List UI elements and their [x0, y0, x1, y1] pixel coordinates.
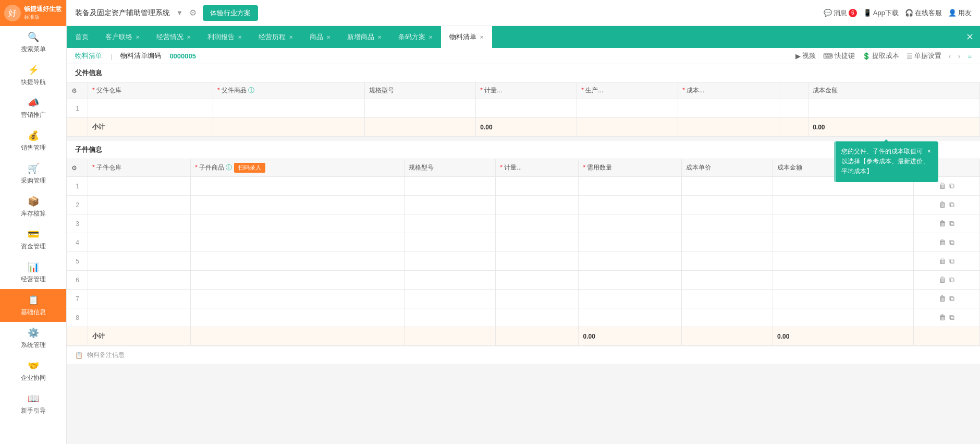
child-cell-unit-3[interactable] [496, 214, 579, 233]
child-cell-unit-price-6[interactable] [681, 271, 773, 290]
shortcut-btn[interactable]: ⌨ 快捷键 [823, 51, 855, 61]
child-cell-unit-price-8[interactable] [681, 308, 773, 327]
video-btn[interactable]: ▶ 视频 [795, 51, 816, 61]
child-cell-warehouse-5[interactable] [88, 252, 191, 271]
copy-icon-6[interactable]: ⧉ [949, 275, 954, 284]
child-cell-spec-6[interactable] [404, 271, 495, 290]
nav-tab-home[interactable]: 首页 [67, 26, 97, 48]
sidebar-item-finance[interactable]: 💳资金管理 [0, 223, 66, 256]
child-cell-unit-price-3[interactable] [681, 214, 773, 233]
nav-tab-goods[interactable]: 商品 ✕ [301, 26, 339, 48]
child-cell-goods-6[interactable] [191, 271, 405, 290]
child-cell-quantity-7[interactable] [579, 290, 681, 308]
tab-close-goods[interactable]: ✕ [326, 34, 330, 40]
child-cell-unit-2[interactable] [496, 196, 579, 214]
child-settings-gear-icon[interactable]: ⚙ [71, 164, 77, 172]
delete-icon-4[interactable]: 🗑 [939, 238, 946, 247]
child-cell-warehouse-6[interactable] [88, 271, 191, 290]
settings-gear-icon[interactable]: ⚙ [71, 87, 77, 94]
tab-close-customer[interactable]: ✕ [136, 34, 140, 40]
sidebar-item-marketing[interactable]: 📣营销推广 [0, 92, 66, 125]
app-download[interactable]: 📱 App下载 [863, 8, 899, 18]
child-cell-quantity-6[interactable] [579, 271, 681, 290]
copy-icon-8[interactable]: ⧉ [949, 313, 954, 322]
nav-close-button[interactable]: ✕ [960, 31, 980, 43]
parent-cell-spec[interactable] [364, 99, 476, 118]
delete-icon-2[interactable]: 🗑 [939, 200, 946, 209]
scan-button[interactable]: 扫码录入 [234, 163, 265, 173]
next-page-btn[interactable]: › [958, 52, 960, 60]
child-cell-spec-2[interactable] [404, 196, 495, 214]
nav-tab-profit[interactable]: 利润报告 ✕ [199, 26, 250, 48]
child-cell-spec-7[interactable] [404, 290, 495, 308]
child-cell-unit-5[interactable] [496, 252, 579, 271]
tooltip-close-btn[interactable]: × [927, 147, 931, 157]
child-cell-goods-3[interactable] [191, 214, 405, 233]
delete-icon-8[interactable]: 🗑 [939, 313, 946, 322]
sidebar-item-system[interactable]: ⚙️系统管理 [0, 322, 66, 355]
tab-close-history[interactable]: ✕ [289, 34, 293, 40]
child-cell-unit-6[interactable] [496, 271, 579, 290]
single-setting-btn[interactable]: ☰ 单据设置 [906, 51, 941, 61]
tab-close-barcode[interactable]: ✕ [428, 34, 433, 40]
child-cell-warehouse-7[interactable] [88, 290, 191, 308]
child-cell-goods-8[interactable] [191, 308, 405, 327]
child-cell-spec-5[interactable] [404, 252, 495, 271]
child-cell-goods-1[interactable] [191, 177, 405, 196]
tab-close-bom[interactable]: ✕ [480, 34, 484, 40]
child-cell-quantity-2[interactable] [579, 196, 681, 214]
sidebar-item-purchase[interactable]: 🛒采购管理 [0, 158, 66, 190]
child-cell-unit-7[interactable] [496, 290, 579, 308]
child-cell-warehouse-2[interactable] [88, 196, 191, 214]
sidebar-item-guide[interactable]: 📖新手引导 [0, 388, 66, 421]
delete-icon-6[interactable]: 🗑 [939, 275, 946, 284]
child-cell-quantity-1[interactable] [579, 177, 681, 196]
child-cell-quantity-4[interactable] [579, 233, 681, 252]
copy-icon-7[interactable]: ⧉ [949, 294, 954, 303]
child-cell-warehouse-3[interactable] [88, 214, 191, 233]
sidebar-item-quick[interactable]: ⚡快捷导航 [0, 59, 66, 92]
user-menu[interactable]: 👤 用友 [948, 8, 972, 18]
child-cell-unit-4[interactable] [496, 233, 579, 252]
parent-cell-goods[interactable] [213, 99, 364, 118]
nav-tab-new_goods[interactable]: 新增商品 ✕ [339, 26, 390, 48]
delete-icon-1[interactable]: 🗑 [939, 182, 946, 190]
copy-icon-4[interactable]: ⧉ [949, 238, 954, 247]
copy-icon-1[interactable]: ⧉ [949, 182, 954, 190]
child-cell-unit-price-4[interactable] [681, 233, 773, 252]
child-cell-spec-1[interactable] [404, 177, 495, 196]
child-cell-goods-5[interactable] [191, 252, 405, 271]
nav-tab-operation_status[interactable]: 经营情况 ✕ [148, 26, 199, 48]
child-cell-unit-price-1[interactable] [681, 177, 773, 196]
sidebar-logo[interactable]: 好 畅捷通好生意 标准版 [0, 0, 66, 26]
prev-page-btn[interactable]: ‹ [949, 52, 951, 60]
parent-cell-production[interactable] [577, 99, 678, 118]
trial-button[interactable]: 体验行业方案 [203, 5, 258, 21]
cost-btn[interactable]: 💲 提取成本 [862, 51, 899, 61]
child-cell-unit-price-7[interactable] [681, 290, 773, 308]
sidebar-item-inventory[interactable]: 📦库存核算 [0, 190, 66, 223]
nav-tab-history[interactable]: 经营历程 ✕ [250, 26, 301, 48]
child-cell-quantity-8[interactable] [579, 308, 681, 327]
delete-icon-5[interactable]: 🗑 [939, 257, 946, 266]
copy-icon-2[interactable]: ⧉ [949, 200, 954, 209]
nav-tab-bom[interactable]: 物料清单 ✕ [441, 26, 492, 48]
delete-icon-3[interactable]: 🗑 [939, 219, 946, 228]
sidebar-item-search[interactable]: 🔍搜索菜单 [0, 26, 66, 59]
child-cell-quantity-5[interactable] [579, 252, 681, 271]
nav-tab-barcode[interactable]: 条码方案 ✕ [390, 26, 441, 48]
child-cell-quantity-3[interactable] [579, 214, 681, 233]
sidebar-item-sales[interactable]: 💰销售管理 [0, 125, 66, 158]
settings-icon[interactable]: ⚙ [189, 8, 197, 18]
copy-icon-5[interactable]: ⧉ [949, 257, 954, 266]
nav-tab-customer[interactable]: 客户联络 ✕ [97, 26, 148, 48]
child-cell-spec-4[interactable] [404, 233, 495, 252]
sidebar-item-enterprise[interactable]: 🤝企业协同 [0, 355, 66, 388]
grid-view-btn[interactable]: ≡ [967, 52, 972, 60]
online-service[interactable]: 🎧 在线客服 [905, 8, 942, 18]
sidebar-item-basic[interactable]: 📋基础信息 [0, 289, 66, 322]
child-goods-info-icon[interactable]: ⓘ [226, 164, 232, 171]
copy-icon-3[interactable]: ⧉ [949, 219, 954, 228]
child-cell-goods-4[interactable] [191, 233, 405, 252]
tab-close-operation_status[interactable]: ✕ [187, 34, 191, 40]
